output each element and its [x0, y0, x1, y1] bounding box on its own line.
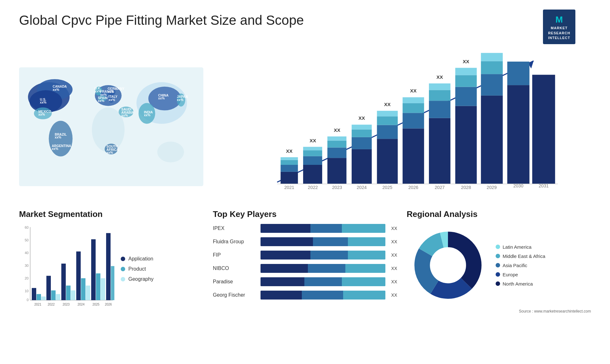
- page: Global Cpvc Pipe Fitting Market Size and…: [0, 0, 610, 364]
- svg-text:2022: 2022: [308, 185, 318, 190]
- svg-rect-141: [101, 278, 105, 300]
- svg-rect-104: [481, 61, 503, 74]
- svg-rect-90: [429, 118, 451, 184]
- svg-rect-108: [507, 85, 530, 184]
- svg-text:XX: XX: [437, 75, 443, 80]
- segmentation-legend: Application Product Geography: [121, 256, 153, 282]
- svg-text:2027: 2027: [435, 185, 445, 190]
- svg-rect-139: [91, 239, 96, 300]
- svg-text:2026: 2026: [105, 303, 112, 306]
- player-row-nibco: NIBCO XX: [213, 264, 397, 273]
- donut-dot-latin: [496, 245, 500, 249]
- svg-rect-74: [352, 130, 372, 137]
- donut-label-asia: Asia Pacific: [503, 263, 527, 268]
- logo-line1: MARKET: [548, 26, 570, 30]
- header: Global Cpvc Pipe Fitting Market Size and…: [19, 10, 591, 44]
- logo-line2: RESEARCH: [548, 31, 570, 36]
- svg-text:2022: 2022: [48, 303, 55, 306]
- svg-rect-124: [37, 294, 41, 300]
- player-bar-nibco: [261, 264, 385, 273]
- bar-chart-section: XX 2021 XX 2022 XX 2023: [213, 51, 591, 203]
- svg-rect-105: [481, 53, 503, 61]
- svg-rect-69: [327, 137, 346, 141]
- svg-rect-137: [86, 286, 90, 300]
- svg-rect-57: [281, 157, 298, 160]
- svg-text:40: 40: [25, 251, 29, 255]
- player-bar-georg: [261, 291, 385, 300]
- legend-label-geography: Geography: [128, 276, 153, 282]
- legend-label-product: Product: [128, 266, 146, 272]
- donut-legend-europe: Europe: [496, 272, 545, 277]
- donut-label-north-america: North America: [503, 281, 533, 286]
- seg-chart-container: 60 50 40 30 20 10 0 2021: [19, 224, 114, 314]
- legend-label-application: Application: [128, 256, 153, 262]
- svg-rect-128: [51, 291, 56, 300]
- svg-text:CANADA: CANADA: [53, 85, 67, 88]
- svg-text:30: 30: [25, 264, 29, 267]
- svg-text:XX: XX: [286, 148, 293, 154]
- svg-text:2024: 2024: [357, 185, 367, 190]
- segmentation-svg: 60 50 40 30 20 10 0 2021: [19, 224, 114, 313]
- svg-rect-129: [56, 294, 60, 300]
- svg-text:2021: 2021: [34, 303, 42, 306]
- svg-text:xx%: xx%: [108, 90, 114, 94]
- player-row-fip: FIP XX: [213, 251, 397, 260]
- svg-rect-125: [41, 297, 46, 300]
- donut-dot-europe: [496, 272, 500, 277]
- player-xx-paradise: XX: [391, 279, 397, 284]
- svg-text:xx%: xx%: [177, 98, 184, 102]
- regional-section: Regional Analysis: [407, 209, 591, 314]
- map-container: CANADA xx% U.S. xx% MEXICO xx% BRAZIL xx…: [19, 51, 203, 203]
- svg-rect-84: [403, 129, 424, 184]
- regional-title: Regional Analysis: [407, 209, 591, 219]
- player-row-fluidra: Fluidra Group XX: [213, 237, 397, 246]
- player-xx-fip: XX: [391, 253, 397, 258]
- svg-rect-78: [377, 139, 397, 184]
- svg-text:XX: XX: [488, 51, 495, 51]
- svg-rect-111: [532, 75, 555, 184]
- svg-text:50: 50: [25, 238, 29, 242]
- logo-letter: M: [548, 13, 570, 26]
- content-grid: CANADA xx% U.S. xx% MEXICO xx% BRAZIL xx…: [19, 51, 591, 314]
- player-row-ipex: IPEX XX: [213, 224, 397, 233]
- key-players-title: Top Key Players: [213, 209, 397, 219]
- svg-point-19: [157, 142, 184, 162]
- page-title: Global Cpvc Pipe Fitting Market Size and…: [19, 13, 304, 28]
- svg-rect-135: [76, 252, 81, 300]
- svg-rect-79: [377, 125, 397, 139]
- svg-text:2026: 2026: [408, 185, 418, 190]
- svg-rect-99: [455, 68, 477, 75]
- svg-rect-66: [327, 158, 346, 184]
- svg-rect-123: [32, 288, 36, 300]
- player-xx-ipex: XX: [391, 226, 397, 231]
- svg-text:xx%: xx%: [55, 136, 61, 139]
- svg-rect-127: [46, 276, 51, 300]
- players-list: IPEX XX Fluidra Group: [213, 224, 397, 300]
- svg-rect-98: [455, 75, 477, 87]
- svg-rect-133: [71, 291, 75, 300]
- svg-rect-87: [403, 98, 424, 104]
- svg-rect-91: [429, 101, 451, 118]
- segmentation-section: Market Segmentation 60 50 40 30 20: [19, 209, 203, 314]
- legend-dot-geography: [121, 277, 125, 281]
- source-text: Source : www.marketresearchintellect.com: [407, 309, 591, 313]
- segmentation-chart-area: 60 50 40 30 20 10 0 2021: [19, 224, 203, 314]
- svg-text:xx%: xx%: [53, 88, 59, 91]
- svg-rect-86: [403, 103, 424, 113]
- svg-rect-75: [352, 125, 372, 130]
- legend-dot-product: [121, 267, 125, 271]
- svg-text:XX: XX: [334, 128, 341, 133]
- svg-text:XX: XX: [358, 116, 365, 121]
- donut-legend: Latin America Middle East & Africa Asia …: [496, 244, 545, 286]
- svg-rect-109: [507, 62, 530, 85]
- player-row-georg: Georg Fischer XX: [213, 291, 397, 300]
- logo-line3: INTELLECT: [548, 36, 570, 40]
- svg-rect-93: [429, 84, 451, 90]
- svg-text:2021: 2021: [284, 185, 295, 190]
- svg-rect-62: [303, 151, 322, 157]
- svg-rect-54: [281, 172, 298, 184]
- player-xx-fluidra: XX: [391, 239, 397, 244]
- svg-text:xx%: xx%: [144, 114, 151, 117]
- svg-rect-72: [352, 149, 372, 184]
- svg-text:xx%: xx%: [40, 101, 46, 104]
